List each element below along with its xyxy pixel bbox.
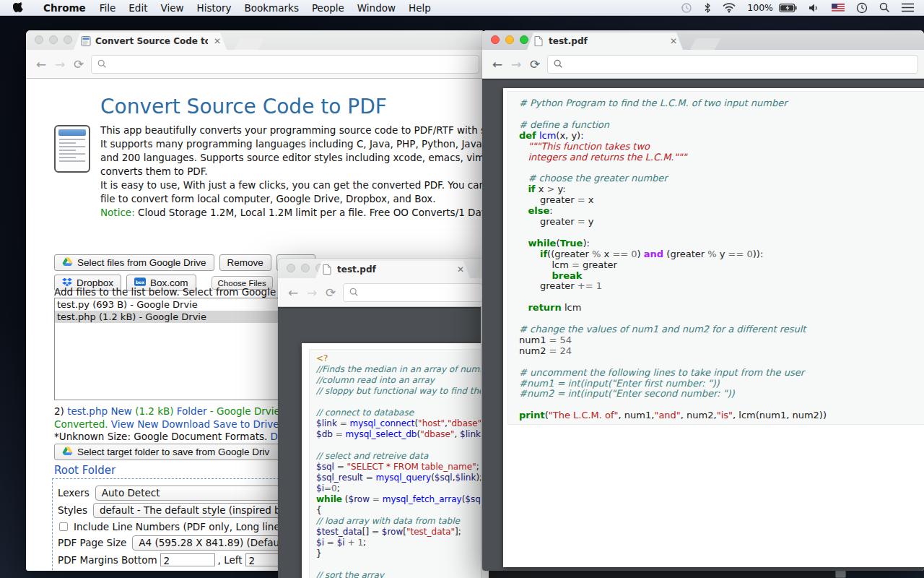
menu-history[interactable]: History <box>190 2 237 14</box>
code-line: $i = $i + 1; <box>316 538 489 548</box>
pdf-page-icon <box>534 36 544 46</box>
tab-convert-source[interactable]: Convert Source Code to PDF ✕ <box>74 33 227 50</box>
app-description: This app beautifully converts your progr… <box>100 124 485 220</box>
forward-button[interactable]: → <box>51 57 69 72</box>
reload-button[interactable]: ⟳ <box>69 57 88 72</box>
code-line: #num1 = int(input("Enter first number: "… <box>519 379 924 389</box>
styles-value: default - The default style (inspired by <box>100 504 287 516</box>
code-line: # uncomment the following lines to take … <box>519 368 924 379</box>
lexers-select[interactable]: Auto Detect <box>95 486 299 501</box>
notice-text: Cloud Storage 1.2M, Local 1.2M limit per… <box>135 207 485 218</box>
code-line <box>316 440 489 451</box>
browser-toolbar: ← → ⟳ <box>278 278 489 307</box>
tab-close-icon[interactable]: ✕ <box>457 264 464 275</box>
address-bar[interactable] <box>343 283 483 302</box>
tab-test-pdf[interactable]: test.pdf ✕ <box>315 261 470 278</box>
forward-button[interactable]: → <box>507 57 526 72</box>
tab-title: test.pdf <box>549 36 664 46</box>
code-line: <? <box>316 353 489 364</box>
menu-list-icon[interactable] <box>902 3 914 12</box>
root-folder-link[interactable]: Root Folder <box>54 464 116 477</box>
margin-left-label: , Left <box>218 554 243 566</box>
code-line: // sloppy but functional way to find the… <box>316 386 489 397</box>
code-line: while(True): <box>519 238 924 249</box>
code-line: # choose the greater number <box>519 173 924 184</box>
code-line <box>519 163 924 173</box>
code-line: greater += 1 <box>519 281 924 292</box>
new-tab-button[interactable] <box>690 38 721 50</box>
tab-strip: test.pdf ✕ <box>482 30 924 50</box>
code-line: $link = mysql_connect("host","dbase","pa… <box>316 418 489 429</box>
apple-menu-icon[interactable] <box>13 2 23 14</box>
bluetooth-icon[interactable] <box>704 2 711 14</box>
volume-icon[interactable] <box>808 3 820 13</box>
minimize-button[interactable] <box>49 35 58 44</box>
browser-toolbar: ← → ⟳ <box>482 50 924 79</box>
address-bar[interactable] <box>91 55 479 74</box>
code-line: while ($row = mysql_fetch_array($sql_res… <box>316 494 489 505</box>
code-line <box>519 400 924 410</box>
menu-window[interactable]: Window <box>351 2 402 14</box>
search-icon[interactable] <box>879 2 890 13</box>
zoom-button[interactable] <box>520 35 528 44</box>
code-line <box>519 292 924 303</box>
tab-test-pdf[interactable]: test.pdf ✕ <box>527 33 683 50</box>
code-line: print("The L.C.M. of", num1,"and", num2,… <box>519 410 924 421</box>
pdf-viewer: <?//Finds the median in an array of numb… <box>278 307 489 578</box>
close-button[interactable] <box>287 264 295 272</box>
omnibox-search-icon <box>97 59 107 69</box>
time-machine-icon[interactable] <box>681 2 692 14</box>
new-tab-button[interactable] <box>234 38 265 50</box>
code-line: //column read into an array <box>316 375 489 386</box>
code-line <box>316 397 489 407</box>
target-folder-label: Select target folder to save from Google… <box>77 447 269 457</box>
menu-bookmarks[interactable]: Bookmarks <box>238 2 305 14</box>
tab-close-icon[interactable]: ✕ <box>670 36 677 46</box>
minimize-button[interactable] <box>301 264 310 272</box>
battery-charging-icon[interactable] <box>779 4 797 12</box>
address-bar[interactable] <box>547 55 918 74</box>
status-bar: 100% <box>681 2 924 14</box>
us-flag-icon[interactable] <box>832 4 845 12</box>
wifi-icon[interactable] <box>723 3 736 13</box>
code-line: $sql = "SELECT * FROM table_name"; <box>316 462 489 473</box>
close-button[interactable] <box>35 35 43 44</box>
back-button[interactable]: ← <box>32 57 51 72</box>
code-line: $sql_result = mysql_query($sql,$link); <box>316 473 489 483</box>
menu-bar: Chrome FileEditViewHistoryBookmarksPeopl… <box>0 0 924 16</box>
reload-button[interactable]: ⟳ <box>526 57 544 72</box>
converted-line: 2) test.php New (1.2 kB) Folder - Google… <box>54 405 298 418</box>
line-numbers-label: Include Line Numbers (PDF only, Long lin… <box>74 521 295 532</box>
line-numbers-checkbox[interactable] <box>59 522 68 531</box>
minimize-button[interactable] <box>505 35 514 44</box>
close-button[interactable] <box>491 35 500 44</box>
code-line: break <box>519 271 924 282</box>
menu-people[interactable]: People <box>305 2 351 14</box>
menu-edit[interactable]: Edit <box>122 2 154 14</box>
menu-file[interactable]: File <box>93 2 123 14</box>
code-line: greater = x <box>519 195 924 206</box>
code-line: } <box>316 548 489 559</box>
clock-icon[interactable] <box>856 2 868 14</box>
select-target-folder-button[interactable]: Select target folder to save from Google… <box>54 444 303 460</box>
code-line: { <box>316 505 489 516</box>
back-button[interactable]: ← <box>284 285 302 300</box>
select-google-drive-label: Select files from Google Drive <box>77 257 206 268</box>
select-google-drive-button[interactable]: Select files from Google Drive <box>54 254 214 271</box>
code-line: #num2 = int(input("Enter second number: … <box>519 389 924 400</box>
back-button[interactable]: ← <box>488 57 507 72</box>
code-line <box>316 559 489 570</box>
menu-view[interactable]: View <box>154 2 190 14</box>
forward-button[interactable]: → <box>302 285 321 300</box>
google-drive-icon <box>62 257 73 269</box>
menu-help[interactable]: Help <box>402 2 437 14</box>
reload-button[interactable]: ⟳ <box>321 285 340 300</box>
code-line <box>519 228 924 238</box>
tab-close-icon[interactable]: ✕ <box>214 36 221 46</box>
margin-bottom-input[interactable]: 2 <box>160 553 215 566</box>
styles-select[interactable]: default - The default style (inspired by <box>93 503 292 518</box>
menu-chrome[interactable]: Chrome <box>36 2 93 14</box>
code-line: else: <box>519 206 924 217</box>
zoom-button[interactable] <box>64 35 72 44</box>
remove-button[interactable]: Remove <box>219 254 271 271</box>
